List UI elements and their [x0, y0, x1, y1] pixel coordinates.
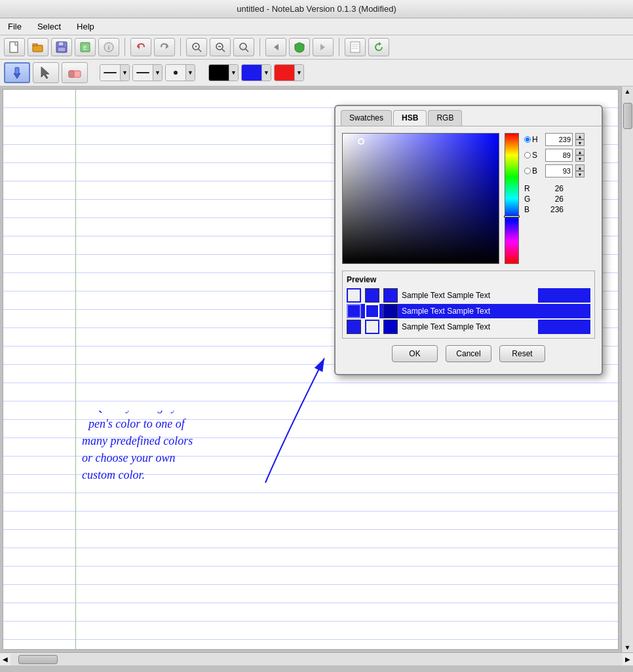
dialog-tab-bar: Swatches HSB RGB	[336, 106, 602, 126]
scroll-down-button[interactable]: ▼	[623, 643, 632, 652]
export-button[interactable]: E	[75, 38, 96, 56]
dot-size-arrow[interactable]: ▼	[185, 65, 195, 81]
b-down[interactable]: ▼	[575, 171, 585, 177]
svg-rect-2	[33, 44, 37, 46]
page-button[interactable]	[345, 38, 366, 56]
fill-color-arrow[interactable]: ▼	[261, 65, 271, 81]
zoom-in-button[interactable]	[186, 38, 207, 56]
color-square[interactable]	[342, 133, 499, 264]
toolbar-sep-2	[180, 38, 181, 56]
undo-button[interactable]	[130, 38, 151, 56]
scroll-left-button[interactable]: ◀	[0, 654, 10, 664]
save-button[interactable]	[51, 38, 72, 56]
eraser-tool-button[interactable]	[62, 62, 88, 83]
r-row: R 26	[524, 184, 585, 193]
s-up[interactable]: ▲	[575, 149, 585, 155]
menu-help[interactable]: Help	[74, 20, 97, 33]
b2-row: B 236	[524, 205, 585, 214]
svg-rect-30	[15, 67, 19, 74]
tab-rgb[interactable]: RGB	[428, 110, 462, 126]
h-down[interactable]: ▼	[575, 140, 585, 146]
preview-label: Preview	[347, 275, 590, 284]
toolbar-sep-1	[125, 38, 125, 56]
stroke-color-dropdown[interactable]: ▼	[208, 64, 239, 81]
svg-line-15	[199, 49, 201, 52]
b-spinner[interactable]: ▲ ▼	[575, 164, 585, 177]
hue-indicator	[504, 215, 520, 217]
hsb-area: H ▲ ▼ S ▲ ▼	[342, 133, 595, 264]
s-input[interactable]	[545, 149, 573, 162]
tab-hsb[interactable]: HSB	[393, 110, 427, 126]
stroke-style-arrow[interactable]: ▼	[153, 65, 162, 81]
main-toolbar: E i ...	[0, 35, 633, 60]
ok-button[interactable]: OK	[392, 345, 438, 362]
prev-fill-swatch-3	[365, 320, 379, 334]
b-radio[interactable]: B	[524, 166, 543, 176]
secondary-color-swatch	[275, 65, 294, 81]
vertical-scrollbar[interactable]: ▲ ▼	[621, 86, 633, 652]
b-up[interactable]: ▲	[575, 164, 585, 171]
s-down[interactable]: ▼	[575, 155, 585, 162]
scroll-right-button[interactable]: ▶	[623, 654, 633, 664]
color-picker-dot	[358, 138, 364, 145]
tab-swatches[interactable]: Swatches	[341, 110, 392, 126]
open-button[interactable]	[28, 38, 48, 56]
margin-line	[75, 90, 76, 649]
new-button[interactable]	[4, 38, 25, 56]
color-picker-dialog: Swatches HSB RGB H	[334, 105, 603, 375]
ruled-line	[3, 438, 618, 457]
h-spinner[interactable]: ▲ ▼	[575, 133, 585, 146]
dialog-buttons: OK Cancel Reset	[342, 345, 595, 367]
prev-text-3: Sample Text Sample Text	[402, 322, 534, 331]
import-button[interactable]: i	[98, 38, 119, 56]
cancel-button[interactable]: Cancel	[446, 345, 491, 362]
zoom-out-button[interactable]	[210, 38, 231, 56]
svg-text:...: ...	[241, 45, 245, 49]
h-input[interactable]	[545, 133, 573, 146]
scroll-thumb-v[interactable]	[623, 103, 632, 129]
s-radio[interactable]: S	[524, 151, 543, 160]
pen-tool-button[interactable]	[4, 62, 30, 83]
prev-text-1: Sample Text Sample Text	[402, 291, 534, 300]
scroll-up-button[interactable]: ▲	[623, 86, 632, 96]
menu-file[interactable]: File	[5, 20, 24, 33]
redo-button[interactable]	[154, 38, 175, 56]
shield-button[interactable]	[289, 38, 310, 56]
h-radio[interactable]: H	[524, 135, 543, 144]
back-button[interactable]	[265, 38, 286, 56]
h-up[interactable]: ▲	[575, 133, 585, 140]
ruled-line	[3, 603, 618, 622]
preview-row-1: Sample Text Sample Text	[347, 288, 590, 303]
ruled-line	[3, 640, 618, 650]
toolbar-sep-3	[259, 38, 260, 56]
stroke-style-dropdown[interactable]: ▼	[132, 64, 163, 81]
scroll-thumb-h[interactable]	[18, 655, 58, 664]
secondary-color-arrow[interactable]: ▼	[294, 65, 303, 81]
svg-rect-4	[58, 42, 64, 46]
menu-select[interactable]: Select	[35, 20, 64, 33]
hsb-inputs: H ▲ ▼ S ▲ ▼	[524, 133, 585, 215]
hue-slider[interactable]	[505, 133, 519, 264]
forward-button[interactable]	[313, 38, 334, 56]
svg-text:i: i	[108, 45, 109, 51]
secondary-color-dropdown[interactable]: ▼	[274, 64, 304, 81]
reset-button[interactable]: Reset	[499, 345, 545, 362]
dot-size-dropdown[interactable]: ▼	[165, 64, 195, 81]
selection-tool-button[interactable]	[33, 62, 59, 83]
ruled-line	[3, 383, 618, 401]
dialog-body: H ▲ ▼ S ▲ ▼	[336, 126, 602, 374]
ruled-line	[3, 475, 618, 493]
b2-label: B	[524, 205, 533, 214]
refresh-button[interactable]	[368, 38, 389, 56]
darkness-overlay	[343, 134, 499, 263]
zoom-fit-button[interactable]: ...	[233, 38, 254, 56]
stroke-color-arrow[interactable]: ▼	[229, 65, 238, 81]
s-spinner[interactable]: ▲ ▼	[575, 149, 585, 162]
prev-dot-swatch-1	[383, 288, 398, 303]
b-input[interactable]	[545, 164, 573, 177]
stroke-width-arrow[interactable]: ▼	[120, 65, 129, 81]
stroke-width-dropdown[interactable]: ▼	[100, 64, 130, 81]
fill-color-dropdown[interactable]: ▼	[241, 64, 271, 81]
ruled-line	[3, 401, 618, 420]
horizontal-scrollbar[interactable]	[10, 654, 623, 665]
